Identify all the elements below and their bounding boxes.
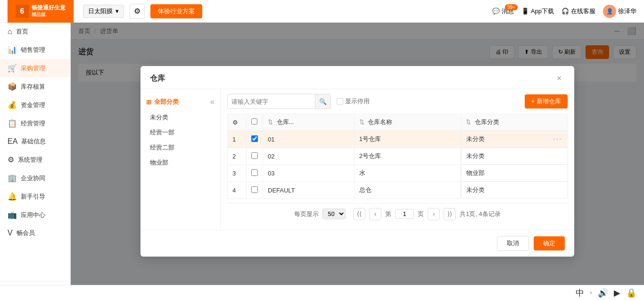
trial-button[interactable]: 体验行业方案 [150, 4, 202, 18]
chinese-input-icon[interactable]: 中 [576, 287, 584, 299]
page-prev-button[interactable]: ‹ [369, 208, 381, 220]
lock-icon[interactable]: 🔒 [626, 288, 636, 298]
table-row[interactable]: 2 02 2号仓库 未分类 [228, 148, 568, 165]
cell-check [247, 131, 263, 148]
username: 徐泽华 [618, 7, 636, 16]
category-item-经营二部[interactable]: 经营二部 [140, 140, 220, 155]
table-row[interactable]: 3 03 水 物业部 [228, 165, 568, 182]
store-selector[interactable]: 日太阳膜 ▾ [83, 5, 124, 18]
volume-icon[interactable]: 🔊 [598, 288, 608, 298]
header-right: 💬 消息 99+ 📱 App下载 🎧 在线客服 👤 徐泽华 [492, 5, 636, 18]
headset-icon: 🎧 [561, 8, 569, 15]
sidebar-item-system[interactable]: ⚙ 系统管理 [0, 150, 70, 169]
table-container: ⚙ ⇅ 仓库... [227, 114, 568, 199]
modal-title: 仓库 [150, 74, 165, 83]
brand-icon: 6 [16, 5, 29, 18]
purchase-icon: 🛒 [8, 64, 17, 73]
page-size-select[interactable]: 50 [322, 208, 346, 219]
category-item-物业部[interactable]: 物业部 [140, 155, 220, 170]
online-service-button[interactable]: 🎧 在线客服 [561, 7, 595, 16]
page-size-label: 每页显示 [294, 210, 319, 218]
user-menu[interactable]: 👤 徐泽华 [603, 5, 636, 18]
sidebar-item-purchase[interactable]: 🛒 采购管理 [0, 59, 70, 77]
cell-category: 物业部 [461, 165, 568, 182]
page-number-input[interactable] [395, 209, 414, 219]
cell-name: 1号仓库 [354, 131, 461, 148]
phone-icon: 📱 [521, 8, 529, 15]
modal-close-button[interactable]: × [553, 73, 565, 84]
operations-icon: 📋 [8, 119, 17, 128]
header-center: 日太阳膜 ▾ ⚙ 体验行业方案 [74, 4, 492, 19]
page-first-button[interactable]: ⟨⟨ [353, 208, 365, 220]
cancel-button[interactable]: 取消 [497, 236, 529, 251]
play-icon[interactable]: ▶ [614, 288, 620, 298]
collapse-button[interactable]: « [210, 98, 215, 106]
row-checkbox[interactable] [251, 169, 258, 176]
table-row[interactable]: 1 01 1号仓库 未分类 ··· [228, 131, 568, 148]
th-checkbox [247, 114, 263, 131]
notification-button[interactable]: 💬 消息 99+ [492, 7, 514, 16]
brand-logo: 6 畅捷通好生意 精品版 [8, 0, 74, 23]
basic-icon: EA [8, 137, 17, 146]
cell-code: DEFAULT [263, 182, 355, 199]
modal-header: 仓库 × [140, 66, 574, 89]
app-download-button[interactable]: 📱 App下载 [521, 7, 554, 16]
total-label: 共1页, 4条记录 [460, 210, 501, 218]
sidebar-item-inventory[interactable]: 📦 库存核算 [0, 77, 70, 96]
search-input[interactable] [228, 96, 315, 108]
category-item-未分类[interactable]: 未分类 [140, 110, 220, 125]
sidebar-item-sales[interactable]: 📊 销售管理 [0, 41, 70, 59]
cell-check [247, 182, 263, 199]
category-header: ⊞ 全部分类 « [140, 95, 220, 110]
table-head: ⚙ ⇅ 仓库... [228, 114, 568, 131]
sidebar-item-guide[interactable]: 🔔 新手引导 [0, 187, 70, 206]
select-all-checkbox[interactable] [251, 118, 257, 125]
action-menu[interactable]: ··· [553, 135, 562, 143]
row-checkbox[interactable] [251, 186, 258, 193]
sidebar-item-operations[interactable]: 📋 经营管理 [0, 114, 70, 133]
grid-icon: ⊞ [146, 99, 151, 106]
main-content: 首页 / 进货单 ─ ⬜ 进货 🖨 印 ⬆ 导出 ↻ 刷新 查询 设置 按以下 [71, 23, 644, 300]
sidebar-item-basic[interactable]: EA 基础信息 [0, 133, 70, 150]
system-icon: ⚙ [8, 155, 14, 164]
category-item-经营一部[interactable]: 经营一部 [140, 125, 220, 140]
apps-icon: 📺 [8, 210, 17, 219]
sidebar-item-enterprise[interactable]: 🏢 企业协同 [0, 169, 70, 187]
cell-check [247, 148, 263, 165]
page-last-button[interactable]: ⟩⟩ [444, 208, 456, 220]
search-button[interactable]: 🔍 [315, 94, 330, 108]
sidebar: ⌂ 首页 📊 销售管理 🛒 采购管理 📦 库存核算 💰 资金管理 📋 经营管理 … [0, 23, 71, 300]
cell-check [247, 165, 263, 182]
col-settings-icon: ⚙ [232, 119, 238, 126]
sidebar-item-finance[interactable]: 💰 资金管理 [0, 96, 70, 114]
cell-category: 未分类 [461, 182, 568, 199]
chevron-down-icon: ▾ [116, 8, 119, 15]
brand-name: 畅捷通好生意 精品版 [32, 4, 66, 17]
table-row[interactable]: 4 DEFAULT 总仓 未分类 [228, 182, 568, 199]
pagination-bar: 每页显示 50 ⟨⟨ ‹ 第 页 › ⟩⟩ 共1页, [227, 203, 568, 225]
cell-code: 01 [263, 131, 355, 148]
table-panel: 🔍 显示停用 + 新增仓库 [221, 89, 574, 230]
sidebar-label-guide: 新手引导 [21, 192, 45, 201]
sidebar-item-apps[interactable]: 📺 应用中心 [0, 206, 70, 224]
page-next-button[interactable]: › [428, 208, 440, 220]
warehouse-modal: 仓库 × ⊞ 全部分类 « 未分类经营一部经营二部物 [140, 66, 574, 257]
settings-button[interactable]: ⚙ [130, 4, 145, 19]
warehouse-table: ⚙ ⇅ 仓库... [227, 114, 568, 199]
member-icon: V [8, 229, 13, 237]
row-checkbox[interactable] [251, 135, 258, 142]
th-code: ⇅ 仓库... [263, 114, 355, 131]
row-checkbox[interactable] [251, 152, 258, 159]
sidebar-label-member: 畅会员 [17, 229, 35, 237]
app-layout: ⌂ 首页 📊 销售管理 🛒 采购管理 📦 库存核算 💰 资金管理 📋 经营管理 … [0, 23, 644, 300]
th-category: ⇅ 仓库分类 [461, 114, 567, 131]
show-disabled-label[interactable]: 显示停用 [337, 97, 370, 106]
sidebar-item-member[interactable]: V 畅会员 [0, 224, 70, 242]
sidebar-item-home[interactable]: ⌂ 首页 [0, 23, 70, 41]
confirm-button[interactable]: 确定 [534, 236, 565, 250]
cell-name: 水 [354, 165, 461, 182]
show-disabled-checkbox[interactable] [337, 98, 343, 105]
add-warehouse-button[interactable]: + 新增仓库 [525, 94, 568, 108]
category-all-button[interactable]: ⊞ 全部分类 [146, 98, 179, 106]
store-name: 日太阳膜 [88, 7, 113, 16]
